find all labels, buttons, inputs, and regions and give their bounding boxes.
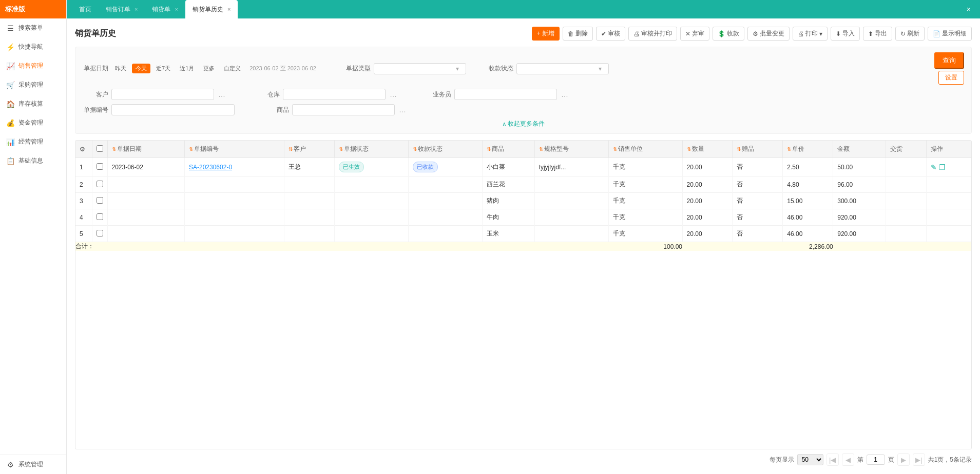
select-all-checkbox[interactable]	[97, 145, 103, 152]
warehouse-dots-icon[interactable]: …	[390, 90, 397, 98]
row-actions[interactable]: ✎❐	[927, 158, 971, 176]
col-settings[interactable]: ⚙	[75, 141, 92, 158]
row-checkbox-cell[interactable]	[92, 176, 107, 193]
audit-button[interactable]: ✔ 审核	[596, 27, 625, 41]
col-goods[interactable]: ⇅商品	[482, 141, 534, 158]
export-button[interactable]: ⬆ 导出	[863, 27, 892, 41]
row-amount: 96.00	[833, 176, 886, 193]
sort-icon: ⇅	[413, 146, 417, 152]
next-page-button[interactable]: ▶	[897, 453, 910, 466]
row-checkbox-cell[interactable]	[92, 209, 107, 226]
refresh-button[interactable]: ↻ 刷新	[895, 27, 925, 41]
sidebar-item-finance[interactable]: 💰 资金管理	[0, 113, 66, 132]
row-doc-no[interactable]: SA-20230602-0	[184, 158, 284, 176]
sys-mgmt-icon: ⚙	[6, 461, 14, 469]
edit-button[interactable]: ✎	[931, 163, 937, 171]
col-collect-status[interactable]: ⇅收款状态	[408, 141, 482, 158]
import-button[interactable]: ⬇ 导入	[831, 27, 860, 41]
sidebar-item-inventory[interactable]: 🏠 库存核算	[0, 94, 66, 113]
query-button[interactable]: 查询	[934, 52, 964, 69]
tab-sales-order-close[interactable]: ×	[134, 6, 138, 12]
salesman-input[interactable]	[454, 89, 557, 100]
row-checkbox[interactable]	[97, 197, 103, 204]
row-goods: 小白菜	[482, 158, 534, 176]
warehouse-input[interactable]	[283, 89, 386, 100]
row-sales-unit: 千克	[608, 226, 682, 242]
date-btn-custom[interactable]: 自定义	[220, 64, 244, 73]
print-button[interactable]: 🖨 打印 ▾	[793, 27, 828, 41]
tab-sales-goods[interactable]: 销货单 ×	[145, 0, 185, 18]
tab-sales-order[interactable]: 销售订单 ×	[99, 0, 145, 18]
col-doc-date[interactable]: ⇅单据日期	[107, 141, 184, 158]
row-gift: 否	[733, 209, 783, 226]
tab-sales-history-close[interactable]: ×	[227, 6, 230, 12]
sidebar-item-basic-info[interactable]: 📋 基础信息	[0, 151, 66, 170]
sidebar-item-label: 系统管理	[18, 460, 43, 469]
warehouse-label: 仓库	[254, 90, 280, 99]
customer-input[interactable]	[111, 89, 214, 100]
page-input[interactable]	[867, 455, 885, 465]
goods-dots-icon[interactable]: …	[399, 106, 406, 114]
doc-no-input[interactable]	[111, 104, 235, 115]
date-btn-more[interactable]: 更多	[200, 64, 218, 73]
date-btn-yesterday[interactable]: 昨天	[111, 64, 130, 73]
table-row: 12023-06-02SA-20230602-0王总已生效已收款小白菜tyjyj…	[75, 158, 971, 176]
col-spec[interactable]: ⇅规格型号	[534, 141, 608, 158]
col-customer[interactable]: ⇅客户	[284, 141, 335, 158]
audit-print-button[interactable]: 🖨 审核并打印	[628, 27, 677, 41]
salesman-dots-icon[interactable]: …	[561, 90, 568, 98]
row-checkbox-cell[interactable]	[92, 226, 107, 242]
row-doc-status	[334, 176, 408, 193]
date-btn-today[interactable]: 今天	[132, 64, 150, 73]
customer-dots-icon[interactable]: …	[218, 90, 225, 98]
collect-status-select[interactable]	[516, 63, 609, 74]
tab-sales-history[interactable]: 销货单历史 ×	[185, 0, 238, 18]
row-checkbox[interactable]	[97, 181, 103, 187]
col-doc-no[interactable]: ⇅单据编号	[184, 141, 284, 158]
row-checkbox[interactable]	[97, 163, 103, 170]
first-page-button[interactable]: |◀	[827, 453, 839, 466]
sidebar-item-sales-mgmt[interactable]: 📈 销售管理	[0, 56, 66, 75]
col-doc-status[interactable]: ⇅单据状态	[334, 141, 408, 158]
settings-button[interactable]: 设置	[938, 71, 964, 85]
sidebar-item-operations[interactable]: 📊 经营管理	[0, 132, 66, 151]
collapse-button[interactable]: ∧ 收起更多条件	[502, 120, 545, 128]
sidebar-item-sys-mgmt[interactable]: ⚙ 系统管理	[0, 455, 66, 474]
row-checkbox-cell[interactable]	[92, 193, 107, 209]
tab-home[interactable]: 首页	[72, 0, 99, 18]
row-checkbox-cell[interactable]	[92, 158, 107, 176]
last-page-button[interactable]: ▶|	[913, 453, 925, 466]
row-doc-date	[107, 209, 184, 226]
per-page-select[interactable]: 50 100 200	[797, 454, 823, 465]
sidebar-item-search-menu[interactable]: ☰ 搜索菜单	[0, 18, 66, 37]
date-btn-7days[interactable]: 近7天	[152, 64, 174, 73]
row-checkbox[interactable]	[97, 230, 103, 236]
col-actions: 操作	[927, 141, 971, 158]
row-goods: 玉米	[482, 226, 534, 242]
delete-button[interactable]: 🗑 删除	[563, 27, 593, 41]
doc-type-select[interactable]	[374, 63, 466, 74]
data-table-wrap: ⚙ ⇅单据日期 ⇅单据编号 ⇅客户 ⇅单据状态	[75, 140, 972, 449]
topbar-close-button[interactable]: ×	[963, 5, 975, 13]
doc-no-link[interactable]: SA-20230602-0	[189, 164, 232, 171]
abandon-button[interactable]: ✕ 弃审	[680, 27, 709, 41]
row-spec: tyjyjtyjdf...	[534, 158, 608, 176]
sidebar-item-purchase-mgmt[interactable]: 🛒 采购管理	[0, 75, 66, 94]
date-btn-1month[interactable]: 近1月	[176, 64, 198, 73]
show-detail-button[interactable]: 📄 显示明细	[928, 27, 972, 41]
copy-button[interactable]: ❐	[939, 163, 946, 171]
col-gift[interactable]: ⇅赠品	[733, 141, 783, 158]
tab-sales-goods-close[interactable]: ×	[175, 6, 178, 12]
col-qty[interactable]: ⇅数量	[682, 141, 733, 158]
batch-change-button[interactable]: ⚙ 批量变更	[747, 27, 790, 41]
goods-input[interactable]	[292, 104, 395, 115]
new-button[interactable]: + 新增	[532, 27, 560, 41]
prev-page-button[interactable]: ◀	[842, 453, 854, 466]
col-sales-unit[interactable]: ⇅销售单位	[608, 141, 682, 158]
row-checkbox[interactable]	[97, 213, 103, 220]
row-actions	[927, 176, 971, 193]
sidebar-item-label: 基础信息	[18, 156, 43, 165]
sidebar-item-quick-nav[interactable]: ⚡ 快捷导航	[0, 37, 66, 56]
collect-button[interactable]: 💲 收款	[713, 27, 744, 41]
col-unit-price[interactable]: ⇅单价	[783, 141, 833, 158]
